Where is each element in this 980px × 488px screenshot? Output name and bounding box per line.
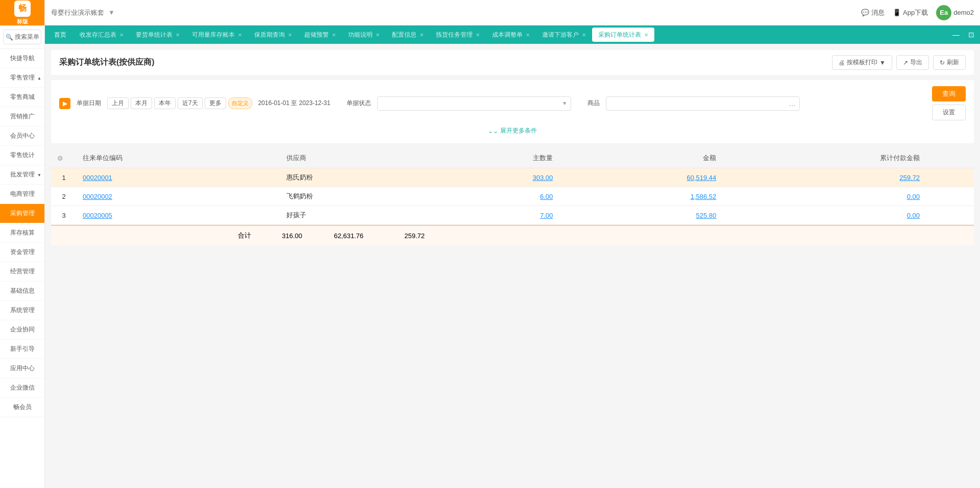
tab-receive-summary[interactable]: 收发存汇总表 ✕ — [74, 28, 130, 42]
sidebar-item-basic-info[interactable]: 基础信息 — [0, 281, 44, 301]
tab-function-desc-close[interactable]: ✕ — [376, 32, 380, 38]
row-2-qty-link[interactable]: 6.00 — [540, 193, 553, 200]
tab-warranty-query[interactable]: 保质期查询 ✕ — [248, 28, 298, 42]
tab-inventory-ledger[interactable]: 可用量库存账本 ✕ — [186, 28, 248, 42]
settings-button[interactable]: 设置 — [932, 105, 966, 120]
row-2-code-link[interactable]: 00020002 — [83, 193, 112, 200]
tab-pick-task[interactable]: 拣货任务管理 ✕ — [430, 28, 486, 42]
tab-cost-adjust-close[interactable]: ✕ — [526, 32, 530, 38]
row-2-paid-link[interactable]: 0.00 — [907, 193, 920, 200]
wholesale-mgmt-label: 批发管理 — [10, 171, 35, 178]
top-bar-right: 💬 消息 📱 App下载 Ea demo2 — [861, 5, 974, 20]
new-guide-label: 新手引导 — [10, 345, 35, 352]
tab-receive-summary-close[interactable]: ✕ — [119, 32, 124, 38]
status-filter-label: 单据状态 — [347, 99, 371, 108]
maximize-icon: ⊡ — [968, 31, 974, 39]
custom-date-badge[interactable]: 自定义 — [228, 97, 252, 109]
message-button[interactable]: 💬 消息 — [861, 8, 885, 17]
row-3-extra — [926, 206, 974, 225]
sidebar-item-retail-mgmt[interactable]: 零售管理 — [0, 68, 44, 88]
sidebar-item-ecommerce-mgmt[interactable]: 电商管理 — [0, 185, 44, 204]
row-3-amount-link[interactable]: 525.80 — [696, 212, 717, 219]
row-1-code-link[interactable]: 00020001 — [83, 174, 112, 182]
row-1-qty-link[interactable]: 303.00 — [533, 174, 553, 182]
this-year-button[interactable]: 本年 — [154, 97, 176, 109]
row-1-code: 00020001 — [77, 168, 280, 187]
sidebar-item-retail-store[interactable]: 零售商城 — [0, 88, 44, 107]
tab-warranty-query-close[interactable]: ✕ — [288, 32, 292, 38]
sidebar-item-enterprise-collab[interactable]: 企业协同 — [0, 320, 44, 340]
row-3-qty-link[interactable]: 7.00 — [540, 212, 553, 219]
sidebar-item-marketing[interactable]: 营销推广 — [0, 107, 44, 126]
tab-config-info[interactable]: 配置信息 ✕ — [386, 28, 430, 42]
app-download-button[interactable]: 📱 App下载 — [893, 8, 928, 17]
sidebar-item-finance-mgmt[interactable]: 资金管理 — [0, 243, 44, 262]
table-settings-icon[interactable]: ⚙ — [57, 155, 63, 162]
search-menu-button[interactable]: 🔍 搜索菜单 — [3, 30, 41, 44]
row-3-paid-link[interactable]: 0.00 — [907, 212, 920, 219]
sidebar-item-system-mgmt[interactable]: 系统管理 — [0, 301, 44, 320]
row-3-code-link[interactable]: 00020005 — [83, 212, 112, 219]
tab-order-summary-close[interactable]: ✕ — [176, 32, 180, 38]
print-button[interactable]: 🖨 按模板打印 ▼ — [832, 55, 892, 70]
product-input[interactable] — [606, 96, 800, 111]
sidebar-item-vip-member[interactable]: 畅会员 — [0, 398, 44, 417]
row-1-amount-link[interactable]: 60,519.44 — [687, 174, 716, 182]
this-month-button[interactable]: 本月 — [131, 97, 152, 109]
sidebar-item-inventory-check[interactable]: 库存核算 — [0, 223, 44, 243]
tab-invite-downstream-label: 邀请下游客户 — [542, 31, 579, 39]
tab-purchase-summary-close[interactable]: ✕ — [644, 32, 648, 38]
tab-home[interactable]: 首页 — [47, 28, 74, 42]
sidebar-item-retail-stats[interactable]: 零售统计 — [0, 146, 44, 165]
sidebar-item-member-center[interactable]: 会员中心 — [0, 126, 44, 146]
tab-order-summary[interactable]: 要货单统计表 ✕ — [130, 28, 186, 42]
tab-cost-adjust[interactable]: 成本调整单 ✕ — [486, 28, 536, 42]
sidebar-item-app-center[interactable]: 应用中心 — [0, 359, 44, 378]
col-supplier-label: 供应商 — [286, 154, 306, 162]
sidebar-item-shortcut[interactable]: 快捷导航 — [0, 49, 44, 68]
row-3-no-value: 3 — [62, 212, 65, 219]
row-1-supplier: 惠氏奶粉 — [280, 168, 432, 187]
app-center-label: 应用中心 — [10, 365, 35, 372]
footer-qty: 316.00 — [261, 232, 312, 240]
row-1-paid-link[interactable]: 259.72 — [899, 174, 920, 182]
tab-config-info-close[interactable]: ✕ — [420, 32, 424, 38]
tab-invite-downstream[interactable]: 邀请下游客户 ✕ — [536, 28, 592, 42]
tab-inventory-ledger-close[interactable]: ✕ — [238, 32, 242, 38]
sidebar-item-operation-mgmt[interactable]: 经营管理 — [0, 262, 44, 281]
breadcrumb-dropdown-icon[interactable]: ▼ — [108, 9, 115, 16]
tab-function-desc[interactable]: 功能说明 ✕ — [342, 28, 386, 42]
sidebar-item-new-guide[interactable]: 新手引导 — [0, 340, 44, 359]
tab-invite-downstream-close[interactable]: ✕ — [582, 32, 586, 38]
col-amount-header: 金额 — [559, 148, 722, 168]
product-input-dots[interactable]: … — [789, 99, 796, 108]
tab-purchase-summary[interactable]: 采购订单统计表 ✕ — [592, 28, 654, 42]
sidebar-item-enterprise-wechat[interactable]: 企业微信 — [0, 378, 44, 398]
export-icon: ↗ — [903, 59, 908, 66]
refresh-button[interactable]: ↻ 刷新 — [933, 55, 966, 70]
user-profile[interactable]: Ea demo2 — [936, 5, 974, 20]
col-code-label: 往来单位编码 — [83, 154, 122, 162]
export-button[interactable]: ↗ 导出 — [896, 55, 929, 70]
tab-minimize-button[interactable]: — — [949, 28, 963, 41]
7days-button[interactable]: 近7天 — [178, 97, 203, 109]
sidebar-item-wholesale-mgmt[interactable]: 批发管理 — [0, 165, 44, 185]
footer-paid-value: 259.72 — [404, 232, 425, 240]
top-bar-left: 母婴行业演示账套 ▼ — [51, 8, 115, 17]
download-icon: 📱 — [893, 9, 901, 16]
tab-bar: 首页 收发存汇总表 ✕ 要货单统计表 ✕ 可用量库存账本 ✕ 保质期查询 ✕ 超… — [45, 25, 980, 44]
tab-overstock-warning[interactable]: 超储预警 ✕ — [298, 28, 342, 42]
status-select[interactable] — [377, 96, 571, 111]
more-date-button[interactable]: 更多 — [205, 97, 226, 109]
tab-overstock-warning-close[interactable]: ✕ — [332, 32, 336, 38]
query-button[interactable]: 查询 — [932, 86, 966, 101]
expand-more-button[interactable]: ⌄⌄ 展开更多条件 — [488, 124, 537, 137]
tab-pick-task-close[interactable]: ✕ — [476, 32, 480, 38]
sidebar-item-purchase-mgmt[interactable]: 采购管理 — [0, 204, 44, 223]
row-2-amount-link[interactable]: 1,586.52 — [691, 193, 717, 200]
last-month-button[interactable]: 上月 — [107, 97, 129, 109]
tab-maximize-button[interactable]: ⊡ — [965, 28, 978, 41]
col-settings-header: ⚙ — [51, 148, 77, 168]
print-dropdown-icon: ▼ — [879, 59, 886, 66]
filter-toggle-button[interactable]: ▶ — [59, 98, 70, 109]
